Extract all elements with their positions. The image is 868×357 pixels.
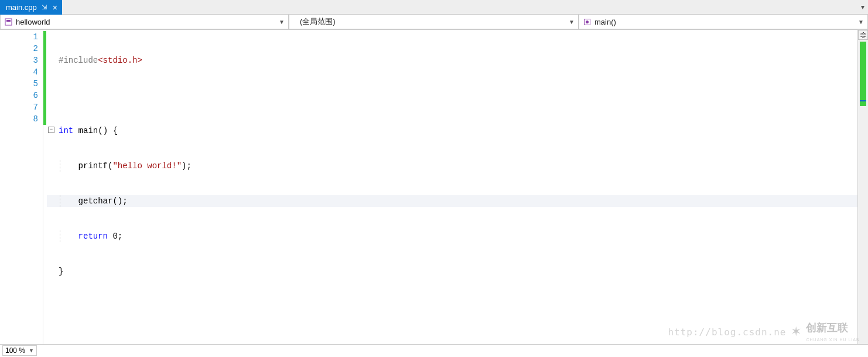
scope-combo[interactable]: (全局范围) ▼ — [289, 15, 579, 29]
zoom-value: 100 % — [5, 346, 25, 355]
indent-guide — [60, 160, 60, 172]
close-icon[interactable]: × — [52, 3, 59, 12]
svg-rect-1 — [6, 20, 11, 22]
overview-ruler — [860, 42, 866, 336]
indent-guide — [60, 230, 60, 242]
change-mark — [43, 31, 46, 125]
editor-status-bar: 100 % ▼ — [0, 345, 868, 356]
code-line: #include<stdio.h> — [47, 55, 857, 66]
pin-icon[interactable]: ⇲ — [42, 4, 47, 11]
overview-change-mark — [860, 42, 866, 106]
code-line — [47, 301, 857, 312]
fold-collapse-icon[interactable]: − — [48, 127, 54, 133]
vertical-scrollbar[interactable] — [857, 30, 868, 344]
method-icon — [583, 18, 591, 26]
file-tab-main-cpp[interactable]: main.cpp ⇲ × — [0, 0, 62, 15]
overview-caret-mark — [860, 100, 866, 101]
chevron-down-icon: ▼ — [279, 19, 285, 25]
code-line: return 0; — [47, 230, 857, 242]
tab-bar-spacer — [62, 0, 857, 14]
svg-point-3 — [586, 21, 589, 23]
indent-guide — [60, 195, 60, 207]
split-window-button[interactable] — [858, 30, 868, 40]
line-number: 7 — [0, 101, 38, 113]
chevron-down-icon: ▼ — [569, 19, 575, 25]
line-number: 8 — [0, 113, 38, 125]
chevron-down-icon: ▼ — [29, 348, 34, 353]
scope-label: (全局范围) — [300, 16, 336, 27]
project-name: helloworld — [16, 18, 50, 26]
project-combo[interactable]: helloworld ▼ — [0, 15, 289, 29]
svg-rect-0 — [5, 19, 12, 25]
code-editor: 1 2 3 4 5 6 7 8 #include<stdio.h> −int m… — [0, 30, 868, 345]
tab-filename: main.cpp — [6, 3, 37, 12]
document-tab-bar: main.cpp ⇲ × ▾ — [0, 0, 868, 15]
line-number: 3 — [0, 55, 38, 66]
line-number: 6 — [0, 90, 38, 101]
line-number: 5 — [0, 78, 38, 90]
code-line: } — [47, 266, 857, 277]
line-number-gutter: 1 2 3 4 5 6 7 8 — [0, 30, 43, 344]
line-number: 2 — [0, 43, 38, 55]
member-combo[interactable]: main() ▼ — [579, 15, 868, 29]
project-icon — [4, 18, 12, 26]
code-line-current: getchar(); — [47, 195, 857, 207]
chevron-down-icon: ▼ — [858, 19, 864, 25]
line-number: 1 — [0, 31, 38, 43]
zoom-dropdown[interactable]: 100 % ▼ — [2, 345, 37, 356]
code-line: printf("hello world!"); — [47, 160, 857, 172]
line-number: 4 — [0, 66, 38, 78]
member-name: main() — [594, 18, 616, 26]
code-line: −int main() { — [47, 125, 857, 137]
tab-overflow-menu[interactable]: ▾ — [857, 0, 868, 14]
code-text-area[interactable]: #include<stdio.h> −int main() { printf("… — [47, 30, 857, 344]
navigation-bar: helloworld ▼ (全局范围) ▼ main() ▼ — [0, 15, 868, 30]
code-line — [47, 90, 857, 101]
